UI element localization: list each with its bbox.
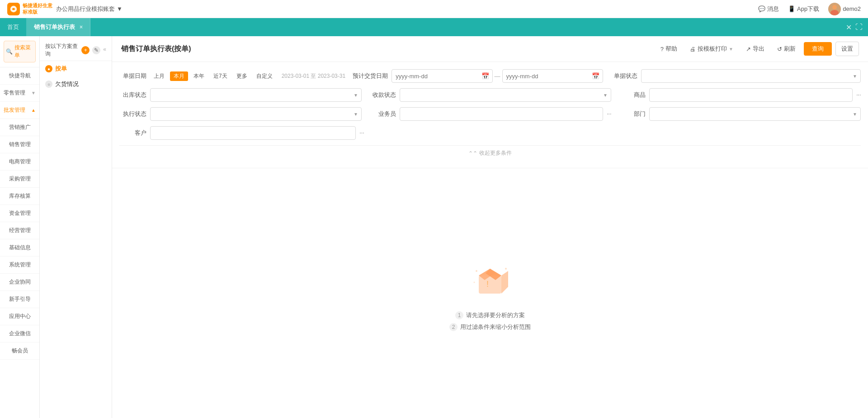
sidebar-search-btn[interactable]: 🔍 搜索菜单 bbox=[4, 41, 36, 62]
scheme-item-order[interactable]: ● 按单 bbox=[40, 61, 112, 76]
window-expand-btn[interactable]: ⛶ bbox=[855, 23, 863, 31]
date-range-display: 2023-03-01 至 2023-03-31 bbox=[282, 72, 345, 80]
customer-more-icon[interactable]: ··· bbox=[359, 129, 364, 137]
date-tab-thisyear[interactable]: 本年 bbox=[190, 71, 208, 81]
department-select-wrapper: ▼ bbox=[649, 107, 861, 121]
date-tabs: 上月 本月 本年 近7天 更多 自定义 bbox=[150, 71, 276, 81]
filter-group-date: 单据日期 上月 本月 本年 近7天 更多 自定义 2023-03-01 至 20… bbox=[119, 71, 345, 81]
app-download-action[interactable]: 📱 App下载 bbox=[788, 5, 819, 13]
window-close-btn[interactable]: ✕ bbox=[846, 23, 852, 32]
scheme-item-shortage[interactable]: ○ 欠货情况 bbox=[40, 76, 112, 92]
tab-home[interactable]: 首页 bbox=[0, 18, 27, 36]
empty-hint-2: 2 用过滤条件来缩小分析范围 bbox=[449, 323, 531, 331]
sidebar-item-member[interactable]: 畅会员 bbox=[0, 342, 39, 360]
date-tab-custom[interactable]: 自定义 bbox=[253, 71, 276, 81]
empty-illustration: ! bbox=[463, 255, 517, 300]
svg-point-3 bbox=[830, 10, 839, 15]
goods-more-icon[interactable]: ··· bbox=[856, 91, 861, 99]
top-bar: 畅捷通好生意 标准版 办公用品行业模拟账套 ▼ 💬 消息 📱 App下载 dem… bbox=[0, 0, 868, 18]
action-btn-group: ? 帮助 🖨 按模板打印 ▼ ↗ 导出 bbox=[656, 42, 859, 56]
page-title: 销售订单执行表(按单) bbox=[121, 44, 191, 54]
sales-label: 销售管理 bbox=[9, 141, 31, 147]
department-label: 部门 bbox=[618, 110, 646, 118]
payment-select[interactable] bbox=[400, 88, 611, 102]
svg-text:!: ! bbox=[486, 280, 489, 289]
outbound-select[interactable] bbox=[150, 88, 362, 102]
top-bar-right: 💬 消息 📱 App下载 demo2 bbox=[758, 3, 861, 15]
edit-scheme-btn[interactable]: ✎ bbox=[92, 46, 100, 54]
sidebar-item-appstore[interactable]: 应用中心 bbox=[0, 308, 39, 325]
scheme-order-label: 按单 bbox=[55, 65, 67, 73]
settings-btn[interactable]: 设置 bbox=[835, 42, 859, 56]
sidebar-item-basic[interactable]: 基础信息 bbox=[0, 239, 39, 256]
export-btn[interactable]: ↗ 导出 bbox=[741, 43, 769, 55]
collapse-more-btn[interactable]: ⌃⌃ 收起更多条件 bbox=[119, 145, 861, 161]
sidebar-item-quick-nav[interactable]: 快捷导航 bbox=[0, 67, 39, 85]
message-action[interactable]: 💬 消息 bbox=[758, 5, 779, 13]
help-label: 帮助 bbox=[665, 45, 677, 53]
svg-point-10 bbox=[476, 270, 477, 272]
sidebar-item-sales[interactable]: 销售管理 bbox=[0, 136, 39, 153]
sidebar-item-purchase[interactable]: 采购管理 bbox=[0, 171, 39, 188]
sidebar-item-wholesale[interactable]: 批发管理 ▲ bbox=[0, 102, 39, 119]
sidebar-item-guide[interactable]: 新手引导 bbox=[0, 291, 39, 308]
sidebar-item-marketing[interactable]: 营销推广 bbox=[0, 119, 39, 136]
status-select[interactable] bbox=[641, 69, 861, 83]
app-icon: 📱 bbox=[788, 5, 795, 12]
customer-input[interactable] bbox=[150, 126, 356, 140]
app-download-label: App下载 bbox=[797, 5, 819, 13]
logo-icon bbox=[7, 3, 20, 15]
add-scheme-btn[interactable]: + bbox=[81, 46, 90, 54]
sidebar-item-wechat[interactable]: 企业微信 bbox=[0, 325, 39, 342]
salesperson-more-icon[interactable]: ··· bbox=[607, 110, 611, 118]
sidebar-item-ecommerce[interactable]: 电商管理 bbox=[0, 153, 39, 171]
goods-label: 商品 bbox=[618, 91, 646, 99]
goods-input[interactable] bbox=[649, 88, 853, 102]
tab-bar-end: ✕ ⛶ bbox=[840, 18, 868, 36]
system-label: 系统管理 bbox=[9, 261, 31, 268]
print-btn[interactable]: 🖨 按模板打印 ▼ bbox=[685, 43, 738, 55]
date-separator: — bbox=[495, 73, 500, 80]
sidebar: 🔍 搜索菜单 快捷导航 零售管理 ▼ 批发管理 ▲ 营销推广 销售管理 电商管理… bbox=[0, 36, 40, 418]
sidebar-item-inventory[interactable]: 库存核算 bbox=[0, 188, 39, 205]
svg-point-2 bbox=[832, 5, 837, 10]
status-label: 单据状态 bbox=[610, 72, 637, 80]
department-select[interactable] bbox=[649, 107, 861, 121]
filter-group-status: 单据状态 ▼ bbox=[610, 69, 861, 83]
tab-close-btn[interactable]: × bbox=[80, 24, 83, 30]
date-tab-lastmonth[interactable]: 上月 bbox=[150, 71, 168, 81]
company-name: 办公用品行业模拟账套 bbox=[56, 5, 115, 13]
date-tab-thismonth[interactable]: 本月 bbox=[170, 71, 188, 81]
sidebar-item-enterprise[interactable]: 企业协同 bbox=[0, 274, 39, 291]
salesperson-input[interactable] bbox=[400, 107, 603, 121]
enterprise-label: 企业协同 bbox=[9, 279, 31, 285]
query-btn[interactable]: 查询 bbox=[804, 42, 832, 56]
empty-state: ! 1 请先选择要分析的方案 2 bbox=[112, 168, 868, 418]
username-label: demo2 bbox=[843, 5, 861, 12]
refresh-btn[interactable]: ↺ 刷新 bbox=[773, 43, 800, 55]
content-inner: 按以下方案查询 + ✎ « ● bbox=[40, 36, 868, 418]
filter-group-customer: 客户 ··· bbox=[119, 126, 364, 140]
collapse-panel-btn[interactable]: « bbox=[103, 46, 106, 54]
company-selector[interactable]: 办公用品行业模拟账套 ▼ bbox=[56, 5, 123, 13]
sidebar-item-finance[interactable]: 资金管理 bbox=[0, 205, 39, 222]
expected-date-to[interactable] bbox=[502, 69, 603, 83]
sidebar-item-retail[interactable]: 零售管理 ▼ bbox=[0, 85, 39, 102]
sidebar-item-system[interactable]: 系统管理 bbox=[0, 256, 39, 274]
exec-select[interactable] bbox=[150, 107, 362, 121]
expected-date-from[interactable] bbox=[392, 69, 492, 83]
tab-sales-order[interactable]: 销售订单执行表 × bbox=[27, 18, 90, 36]
scheme-gray-dot: ○ bbox=[47, 82, 50, 87]
top-bar-left: 畅捷通好生意 标准版 办公用品行业模拟账套 ▼ bbox=[7, 3, 123, 15]
scheme-active-icon: ● bbox=[45, 65, 52, 72]
edit-icon: ✎ bbox=[94, 47, 99, 53]
refresh-label: 刷新 bbox=[784, 45, 796, 53]
collapse-icon: « bbox=[103, 46, 106, 52]
date-tab-7days[interactable]: 近7天 bbox=[210, 71, 231, 81]
date-tab-more[interactable]: 更多 bbox=[233, 71, 251, 81]
help-btn[interactable]: ? 帮助 bbox=[656, 43, 682, 55]
sidebar-item-operations[interactable]: 经营管理 bbox=[0, 222, 39, 239]
right-panel: 销售订单执行表(按单) ? 帮助 🖨 按模板打印 ▼ bbox=[112, 36, 868, 418]
user-action[interactable]: demo2 bbox=[828, 3, 861, 15]
quick-nav-label: 快捷导航 bbox=[9, 72, 31, 79]
